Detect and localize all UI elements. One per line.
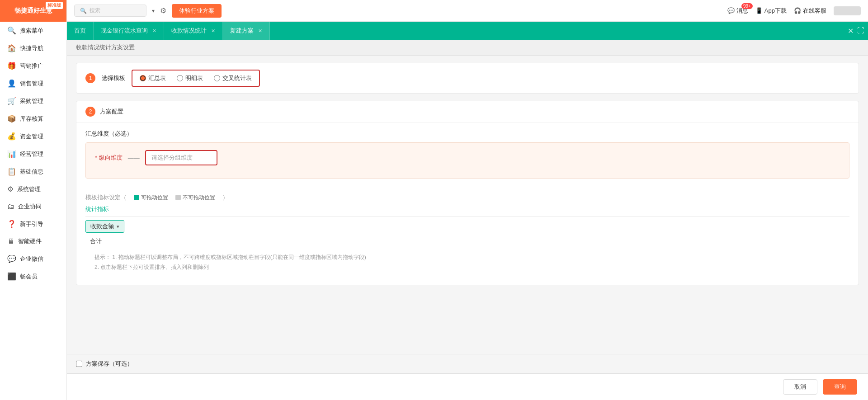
save-label: 方案保存（可选）	[86, 360, 133, 368]
sidebar-item-label: 资金管理	[20, 132, 43, 141]
save-checkbox[interactable]	[76, 361, 82, 367]
movable-label: 可拖动位置	[141, 194, 168, 202]
query-button[interactable]: 查询	[823, 379, 857, 395]
cart-icon: 🛒	[7, 97, 16, 105]
step2-header: 2 方案配置	[76, 101, 859, 122]
non-movable-dot	[175, 195, 181, 200]
list-icon: 📋	[7, 167, 16, 176]
movable-badge: 可拖动位置	[134, 194, 168, 202]
tab-cashflow[interactable]: 现金银行流水查询 ✕	[94, 22, 164, 40]
tab-receipts[interactable]: 收款情况统计 ✕	[164, 22, 223, 40]
sidebar-item-marketing[interactable]: 🎁 营销推广	[0, 57, 66, 75]
dimension-placeholder: 请选择分组维度	[151, 154, 193, 161]
sidebar-item-label: 企业微信	[20, 255, 43, 263]
option-summary-label: 汇总表	[148, 74, 166, 82]
service-label: 在线客服	[803, 7, 826, 15]
chat-icon: 💬	[7, 254, 16, 263]
sidebar-item-guide[interactable]: ❓ 新手引导	[0, 215, 66, 233]
dimension-area: * 纵向维度 —— 请选择分组维度	[85, 142, 849, 179]
dimension-title: 汇总维度（必选）	[85, 130, 849, 138]
tabbar: 首页 现金银行流水查询 ✕ 收款情况统计 ✕ 新建方案 ✕ ✕ ⛶	[67, 22, 868, 40]
non-movable-badge: 不可拖动位置	[175, 194, 215, 202]
tab-cashflow-label: 现金银行流水查询	[101, 27, 148, 35]
sidebar-item-member[interactable]: ⬛ 畅会员	[0, 268, 66, 285]
close-window-btn[interactable]: ✕	[848, 27, 854, 35]
tab-cashflow-close[interactable]: ✕	[152, 28, 156, 34]
step1-label: 选择模板	[102, 74, 125, 82]
sidebar-item-label: 采购管理	[20, 97, 43, 105]
topbar: 🔍 搜索 ▾ ⚙ 体验行业方案 💬 消息 99+ 📱 App下载 🎧 在线客服	[67, 0, 868, 22]
tab-receipts-close[interactable]: ✕	[211, 28, 215, 34]
sidebar-item-label: 搜索菜单	[20, 27, 43, 35]
tab-newplan[interactable]: 新建方案 ✕	[223, 22, 270, 40]
folder-icon: 🗂	[7, 202, 14, 211]
sidebar-item-purchase[interactable]: 🛒 采购管理	[0, 92, 66, 110]
search-icon: 🔍	[7, 26, 16, 35]
sidebar-item-collab[interactable]: 🗂 企业协同	[0, 198, 66, 215]
sidebar-item-inventory[interactable]: 📦 库存核算	[0, 110, 66, 127]
download-icon: 📱	[755, 7, 763, 14]
content-area: 收款情况统计方案设置 1 选择模板 汇总表 明细表	[67, 40, 868, 373]
home-icon: 🏠	[7, 44, 16, 52]
dimension-select[interactable]: 请选择分组维度	[145, 150, 217, 165]
user-icon: 👤	[7, 79, 16, 88]
sidebar-item-hardware[interactable]: 🖥 智能硬件	[0, 233, 66, 250]
chart-icon: 📊	[7, 150, 16, 158]
service-btn[interactable]: 🎧 在线客服	[794, 7, 826, 15]
hints-section: 提示： 1. 拖动标题栏可以调整布局，不可跨维度或指标区域拖动栏目字段(只能在同…	[85, 247, 849, 278]
sidebar-item-nav[interactable]: 🏠 快捷导航	[0, 39, 66, 57]
box-icon: 📦	[7, 114, 16, 123]
stats-subtag: 合计	[85, 235, 106, 247]
tab-home-label: 首页	[74, 27, 86, 35]
sidebar-item-label: 新手引导	[20, 220, 43, 228]
tag-amount-label: 收款金额	[90, 222, 114, 231]
sidebar-item-label: 基础信息	[20, 168, 43, 176]
sidebar-item-label: 系统管理	[17, 185, 41, 193]
tag-dropdown-icon[interactable]: ▾	[117, 224, 119, 230]
sidebar-item-label: 销售管理	[20, 80, 43, 88]
tab-newplan-label: 新建方案	[230, 27, 254, 35]
download-label: App下载	[764, 7, 787, 15]
sidebar-item-finance[interactable]: 💰 资金管理	[0, 127, 66, 145]
sidebar-item-label: 企业协同	[18, 202, 42, 211]
notification-badge: 99+	[741, 3, 753, 9]
indicator-header: 模板指标设定（ 可拖动位置 不可拖动位置 ）	[85, 193, 849, 202]
footer-bar: 取消 查询	[67, 373, 868, 400]
radio-detail[interactable]	[177, 75, 183, 81]
industry-btn[interactable]: 体验行业方案	[172, 4, 222, 18]
sidebar-item-sales[interactable]: 👤 销售管理	[0, 75, 66, 92]
dimension-section: 汇总维度（必选） * 纵向维度 —— 请选择分组维度	[85, 130, 849, 179]
indicator-section: 模板指标设定（ 可拖动位置 不可拖动位置 ） 统计指标	[85, 186, 849, 247]
search-box[interactable]: 🔍 搜索	[74, 5, 146, 17]
tabbar-controls: ✕ ⛶	[848, 27, 864, 35]
download-btn[interactable]: 📱 App下载	[755, 7, 787, 15]
breadcrumb: 收款情况统计方案设置	[67, 40, 868, 56]
step1-inner: 1 选择模板 汇总表 明细表 交叉统计表	[76, 63, 859, 93]
sidebar-item-management[interactable]: 📊 经营管理	[0, 145, 66, 163]
avatar	[834, 6, 861, 15]
stats-tag-amount[interactable]: 收款金额 ▾	[85, 220, 124, 233]
gear-icon: ⚙	[7, 185, 14, 193]
tab-home[interactable]: 首页	[67, 22, 94, 40]
option-summary[interactable]: 汇总表	[140, 74, 166, 82]
search-icon-top: 🔍	[80, 8, 87, 14]
sidebar-item-wechat[interactable]: 💬 企业微信	[0, 250, 66, 268]
tab-newplan-close[interactable]: ✕	[258, 28, 262, 34]
cancel-button[interactable]: 取消	[783, 379, 817, 395]
radio-cross[interactable]	[214, 75, 220, 81]
sidebar-item-search[interactable]: 🔍 搜索菜单	[0, 22, 66, 39]
option-cross[interactable]: 交叉统计表	[214, 74, 252, 82]
maximize-btn[interactable]: ⛶	[857, 27, 864, 35]
stats-subtag-area: 合计	[85, 233, 849, 247]
settings-icon[interactable]: ⚙	[160, 6, 166, 15]
radio-summary[interactable]	[140, 75, 146, 81]
sidebar-item-basic[interactable]: 📋 基础信息	[0, 163, 66, 180]
sidebar-item-system[interactable]: ⚙ 系统管理	[0, 180, 66, 198]
option-detail[interactable]: 明细表	[177, 74, 203, 82]
breadcrumb-text: 收款情况统计方案设置	[76, 44, 135, 51]
topbar-dropdown[interactable]: ▾	[152, 8, 155, 14]
member-icon: ⬛	[7, 272, 16, 281]
hint-2: 2. 点击标题栏下拉可设置排序、插入列和删除列	[94, 263, 840, 273]
content-body: 1 选择模板 汇总表 明细表 交叉统计表	[67, 56, 868, 354]
notification-btn[interactable]: 💬 消息 99+	[727, 7, 748, 15]
